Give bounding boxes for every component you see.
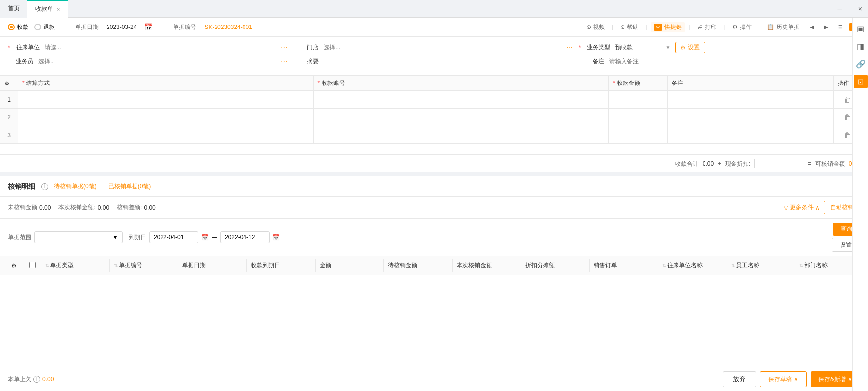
video-btn[interactable]: ⊙ 视频 <box>583 22 608 32</box>
toolbar-right: ⊙ 视频 | ⊙ 帮助 | ✉ 快捷键 | 🖨 打印 | ⚙ 操作 <box>583 22 860 32</box>
right-panel-btn-3[interactable]: 🔗 <box>854 57 868 71</box>
verif-col-settings[interactable]: ⚙ <box>4 262 24 269</box>
rp-icon-4: ⊡ <box>857 77 864 86</box>
current-cancel-item: 本次核销金额: 0.00 <box>58 203 109 212</box>
amount-cell-2[interactable] <box>609 109 668 126</box>
select-all-checkbox[interactable] <box>29 262 36 268</box>
verif-col-date: 单据日期 <box>178 259 247 272</box>
nav-left-btn[interactable]: ◀ <box>807 23 817 31</box>
account-cell-1[interactable] <box>313 91 609 109</box>
verif-col-check[interactable] <box>24 262 41 270</box>
summary-input[interactable] <box>322 57 574 66</box>
verif-col-type: ⇅ 单据类型 <box>41 259 110 272</box>
verif-header: 核销明细 i 待核销单据(0笔) 已核销单据(0笔) <box>0 176 868 197</box>
note-cell-1[interactable] <box>668 91 834 109</box>
staff-input[interactable] <box>36 57 276 66</box>
more-conditions-label: 更多条件 <box>790 203 814 212</box>
date-to-input[interactable] <box>220 231 270 243</box>
delete-icon-1[interactable]: 🗑 <box>844 96 851 104</box>
section-divider <box>0 172 868 176</box>
restore-button[interactable]: □ <box>848 5 852 13</box>
shortcut-btn[interactable]: ✉ 快捷键 <box>651 22 685 32</box>
account-cell-2[interactable] <box>313 109 609 126</box>
abandon-button[interactable]: 放弃 <box>723 371 756 387</box>
amount-cell-3[interactable] <box>609 126 668 144</box>
tb-divider4: | <box>724 24 725 30</box>
uncancelled-item: 未核销金额 0.00 <box>8 203 51 212</box>
save-draft-button[interactable]: 保存草稿 ∧ <box>760 371 807 387</box>
settings-icon: ⚙ <box>4 80 10 87</box>
amount-label: 本单上欠 <box>8 375 31 384</box>
menu-btn[interactable]: ≡ <box>835 22 845 32</box>
sort-icon4: ⇅ <box>731 263 735 268</box>
account-cell-3[interactable] <box>313 126 609 144</box>
biz-type-value: 预收款 <box>615 43 663 52</box>
store-input[interactable] <box>322 43 561 52</box>
receipt-radio[interactable]: 收款 <box>8 23 28 31</box>
refund-radio[interactable]: 退款 <box>34 23 55 31</box>
history-btn[interactable]: 📋 历史单据 <box>764 22 803 32</box>
discount-input[interactable] <box>754 159 803 168</box>
right-panel-btn-1[interactable]: ▣ <box>854 22 868 35</box>
note-input[interactable] <box>607 57 860 66</box>
verif-title: 核销明细 <box>8 182 35 191</box>
range-select[interactable]: ▼ <box>34 231 123 243</box>
nav-right-btn[interactable]: ▶ <box>821 23 831 31</box>
date-from-input[interactable] <box>149 231 198 243</box>
refund-radio-label: 退款 <box>43 23 55 31</box>
help-btn[interactable]: ⊙ 帮助 <box>617 22 642 32</box>
note-cell-2[interactable] <box>668 109 834 126</box>
biz-type-select[interactable]: 预收款 ▼ <box>613 42 672 53</box>
amount-info-icon[interactable]: i <box>33 376 40 383</box>
cal-to-icon[interactable]: 📅 <box>272 234 280 241</box>
amount-cell-1[interactable] <box>609 91 668 109</box>
history-label: 历史单据 <box>776 23 800 31</box>
calendar-icon[interactable]: 📅 <box>144 23 153 31</box>
delete-icon-3[interactable]: 🗑 <box>844 131 851 139</box>
settings-button[interactable]: ⚙ 设置 <box>675 42 705 53</box>
refund-radio-dot <box>34 24 41 30</box>
more-conditions-btn[interactable]: ▽ 更多条件 ∧ <box>784 203 820 212</box>
staff-more-btn[interactable]: ··· <box>279 57 289 66</box>
note-cell-3[interactable] <box>668 126 834 144</box>
col-staff-label: 员工名称 <box>736 261 760 270</box>
menu-icon: ≡ <box>838 23 842 31</box>
chevron-up-icon: ∧ <box>815 204 820 211</box>
settle-cell-1[interactable] <box>18 91 314 109</box>
tab-home[interactable]: 首页 <box>0 0 27 18</box>
staff-label: 业务员 <box>8 57 33 66</box>
diff-label: 核销差额: <box>117 203 142 212</box>
operation-label: 操作 <box>740 23 752 31</box>
settle-cell-2[interactable] <box>18 109 314 126</box>
tab-home-label: 首页 <box>8 4 20 13</box>
partner-input[interactable] <box>43 43 276 52</box>
right-panel: ▣ ◨ 🔗 ⊡ <box>852 18 868 391</box>
right-panel-btn-4[interactable]: ⊡ <box>854 75 868 88</box>
range-label: 单据范围 <box>8 233 31 242</box>
summary-row: 收款合计 0.00 + 现金折扣: = 可核销金额 0.00 <box>0 154 868 172</box>
partner-more-btn[interactable]: ··· <box>279 43 289 52</box>
delete-icon-2[interactable]: 🗑 <box>844 113 851 121</box>
biz-type-field: * 业务类型 预收款 ▼ ⚙ 设置 <box>579 42 860 53</box>
history-icon: 📋 <box>767 24 774 30</box>
right-panel-btn-2[interactable]: ◨ <box>854 39 868 53</box>
store-more-btn[interactable]: ··· <box>564 43 574 52</box>
col-current-label: 本次核销金额 <box>457 261 492 270</box>
settle-cell-3[interactable] <box>18 126 314 144</box>
tab-current[interactable]: 收款单 × <box>27 0 68 18</box>
print-btn[interactable]: 🖨 打印 <box>694 22 720 32</box>
tab-current-label: 收款单 <box>35 5 53 13</box>
col-type-label: 单据类型 <box>50 261 74 270</box>
tab-close-icon[interactable]: × <box>57 6 60 12</box>
operation-btn[interactable]: ⚙ 操作 <box>730 22 755 32</box>
minimize-button[interactable]: ─ <box>837 5 842 13</box>
pending-tab[interactable]: 待核销单据(0笔) <box>54 181 97 192</box>
cal-from-icon[interactable]: 📅 <box>201 234 209 241</box>
col-settings-header[interactable]: ⚙ <box>0 76 18 91</box>
col-number-label: 单据编号 <box>119 261 142 270</box>
window-controls: ─ □ × <box>837 5 868 13</box>
done-tab[interactable]: 已核销单据(0笔) <box>108 181 151 192</box>
table-row: 1 🗑 ⧉ <box>0 91 868 109</box>
verif-info-icon[interactable]: i <box>41 183 48 190</box>
close-button[interactable]: × <box>858 5 862 13</box>
